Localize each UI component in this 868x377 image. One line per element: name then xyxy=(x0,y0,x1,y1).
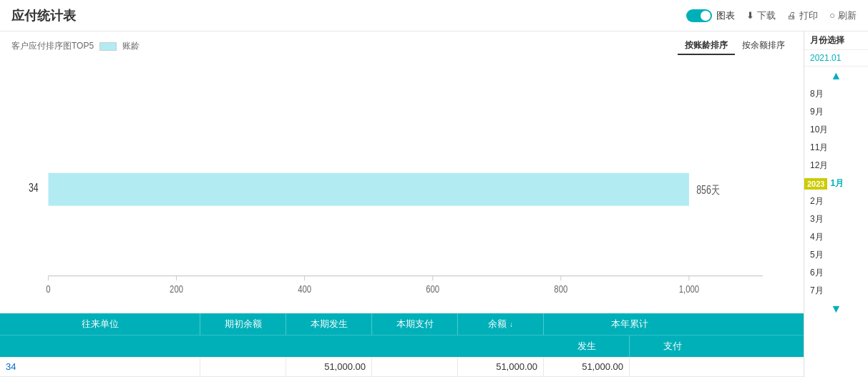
th-vendor: 往来单位 xyxy=(0,313,200,335)
td-current-occur: 51,000.00 xyxy=(286,357,372,376)
sidebar-month-4[interactable]: 4月 xyxy=(804,228,868,246)
sidebar-month-10[interactable]: 10月 xyxy=(804,121,868,139)
svg-text:800: 800 xyxy=(554,283,567,295)
td-ytd-occur: 51,000.00 xyxy=(544,357,630,376)
legend-box xyxy=(99,42,117,51)
th-balance: 余额 ↓ xyxy=(458,313,544,335)
sidebar-year-marker: 2023 xyxy=(804,178,827,190)
td-opening xyxy=(200,357,286,376)
th-ytd-occur: 发生 xyxy=(544,336,630,357)
legend-box-label: 账龄 xyxy=(122,40,140,52)
svg-rect-1 xyxy=(48,173,688,206)
page-container: 应付统计表 图表 ⬇ 下载 🖨 打印 ○ 刷新 xyxy=(0,0,868,377)
th-ytd: 本年累计 xyxy=(544,313,716,335)
balance-sort-icon: ↓ xyxy=(509,320,513,328)
sort-by-amount-button[interactable]: 按余额排序 xyxy=(735,37,792,55)
svg-text:0: 0 xyxy=(46,283,50,295)
chart-svg: 34 856天 0 200 400 600 800 1,000 xyxy=(11,61,792,313)
sidebar-month-6[interactable]: 6月 xyxy=(804,264,868,282)
th-ytd-pay: 支付 xyxy=(630,336,716,357)
refresh-icon: ○ xyxy=(829,10,835,21)
td-vendor: 34 xyxy=(0,357,200,376)
refresh-label: 刷新 xyxy=(838,9,857,22)
sidebar-month-1[interactable]: 1月 xyxy=(827,175,849,192)
svg-text:600: 600 xyxy=(426,283,439,295)
sidebar-month-8[interactable]: 8月 xyxy=(804,85,868,103)
sidebar-month-5[interactable]: 5月 xyxy=(804,246,868,264)
sidebar-month-2[interactable]: 2月 xyxy=(804,192,868,210)
sidebar-up-button[interactable]: ▲ xyxy=(804,67,868,85)
table-area: 往来单位 期初余额 本期发生 本期支付 余额 ↓ 本年累计 xyxy=(0,313,804,377)
table-row: 34 51,000.00 51,000.00 51,000.00 xyxy=(0,357,804,377)
vendor-link[interactable]: 34 xyxy=(6,361,16,372)
legend-label: 客户应付排序图TOP5 xyxy=(11,40,94,52)
main-content: 客户应付排序图TOP5 账龄 按账龄排序 按余额排序 34 856天 xyxy=(0,31,868,377)
print-icon: 🖨 xyxy=(787,10,796,21)
svg-text:200: 200 xyxy=(170,283,183,295)
td-current-pay xyxy=(372,357,458,376)
td-balance: 51,000.00 xyxy=(458,357,544,376)
chart-toggle[interactable] xyxy=(686,9,712,22)
chart-legend: 客户应付排序图TOP5 账龄 xyxy=(11,40,140,52)
sidebar-month-9[interactable]: 9月 xyxy=(804,103,868,121)
page-title: 应付统计表 xyxy=(11,7,76,24)
th-current-occur: 本期发生 xyxy=(286,313,372,335)
sort-buttons: 按账龄排序 按余额排序 xyxy=(678,37,792,55)
refresh-button[interactable]: ○ 刷新 xyxy=(829,9,857,22)
svg-text:856天: 856天 xyxy=(696,183,720,196)
sidebar-title: 月份选择 xyxy=(804,31,868,50)
sidebar: 月份选择 2021.01 ▲ 8月 9月 10月 11月 12月 2023 1月… xyxy=(804,31,868,377)
download-icon: ⬇ xyxy=(746,10,754,21)
header: 应付统计表 图表 ⬇ 下载 🖨 打印 ○ 刷新 xyxy=(0,0,868,31)
th-opening: 期初余额 xyxy=(200,313,286,335)
svg-text:1,000: 1,000 xyxy=(679,283,699,295)
header-actions: 图表 ⬇ 下载 🖨 打印 ○ 刷新 xyxy=(686,9,857,22)
print-label: 打印 xyxy=(799,9,818,22)
td-ytd-pay xyxy=(630,357,716,376)
download-button[interactable]: ⬇ 下载 xyxy=(746,9,776,22)
sidebar-year-marker-row: 2023 1月 xyxy=(804,175,868,192)
sidebar-month-7[interactable]: 7月 xyxy=(804,282,868,300)
download-label: 下载 xyxy=(757,9,776,22)
chart-toggle-label: 图表 xyxy=(716,9,735,22)
th-current-pay: 本期支付 xyxy=(372,313,458,335)
chart-toggle-group: 图表 xyxy=(686,9,735,22)
table-header-bottom: 发生 支付 xyxy=(0,336,804,357)
sort-by-balance-button[interactable]: 按账龄排序 xyxy=(678,37,735,55)
chart-area: 客户应付排序图TOP5 账龄 按账龄排序 按余额排序 34 856天 xyxy=(0,31,804,377)
sidebar-down-button[interactable]: ▼ xyxy=(804,300,868,318)
print-button[interactable]: 🖨 打印 xyxy=(787,9,818,22)
svg-text:34: 34 xyxy=(29,182,39,195)
sidebar-month-3[interactable]: 3月 xyxy=(804,210,868,228)
chart-top: 客户应付排序图TOP5 账龄 按账龄排序 按余额排序 xyxy=(0,31,804,61)
chart-wrapper: 34 856天 0 200 400 600 800 1,000 xyxy=(0,61,804,313)
sidebar-month-12[interactable]: 12月 xyxy=(804,157,868,175)
table-header-top: 往来单位 期初余额 本期发生 本期支付 余额 ↓ 本年累计 xyxy=(0,313,804,336)
sidebar-current-year-month[interactable]: 2021.01 xyxy=(804,50,868,67)
svg-text:400: 400 xyxy=(298,283,311,295)
sidebar-month-11[interactable]: 11月 xyxy=(804,139,868,157)
